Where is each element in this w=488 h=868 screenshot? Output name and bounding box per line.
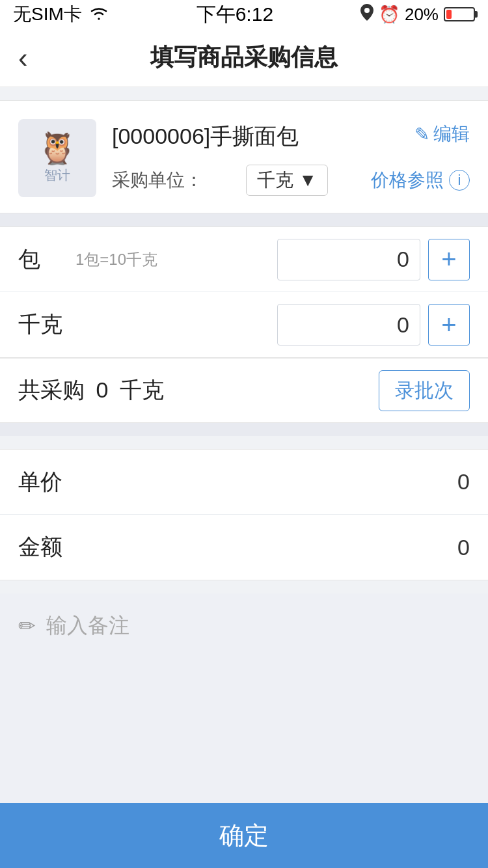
battery-percent: 20% — [405, 5, 439, 25]
location-icon — [360, 4, 373, 25]
status-bar: 无SIM卡 下午6:12 ⏰ 20% — [0, 0, 488, 29]
product-logo-text: 智计 — [38, 167, 77, 184]
bao-input-row: 包 1包=10千克 + — [0, 227, 488, 292]
product-image: 🦉 智计 — [18, 119, 96, 197]
amount-value: 0 — [457, 535, 470, 560]
pencil-icon: ✏ — [18, 614, 36, 638]
confirm-button[interactable]: 确定 — [0, 803, 488, 868]
note-placeholder: 输入备注 — [46, 612, 129, 640]
unit-price-row: 单价 0 — [0, 450, 488, 515]
edit-button[interactable]: ✎ 编辑 — [414, 122, 470, 146]
wifi-icon — [88, 4, 109, 25]
purchase-unit-row: 采购单位： 千克 ▼ 价格参照 i — [112, 165, 470, 196]
amount-row: 金额 0 — [0, 515, 488, 580]
amount-label: 金额 — [18, 532, 62, 562]
summary-text: 共采购 0 千克 — [18, 375, 164, 405]
battery-icon — [444, 7, 475, 21]
carrier-text: 无SIM卡 — [13, 2, 82, 27]
unit-price-value: 0 — [457, 469, 470, 495]
product-name: [0000006]手撕面包 — [112, 122, 404, 152]
alarm-icon: ⏰ — [379, 5, 400, 25]
unit-value: 千克 — [257, 168, 293, 193]
kg-quantity-input[interactable] — [277, 304, 420, 346]
summary-row: 共采购 0 千克 录批次 — [0, 358, 488, 423]
back-button[interactable]: ‹ — [18, 42, 28, 74]
kg-input-row: 千克 + — [0, 292, 488, 357]
note-section[interactable]: ✏ 输入备注 — [0, 593, 488, 658]
quantity-input-section: 包 1包=10千克 + 千克 + — [0, 226, 488, 358]
unit-select[interactable]: 千克 ▼ — [246, 165, 328, 196]
section-separator-2 — [0, 423, 488, 436]
status-left: 无SIM卡 — [13, 2, 109, 27]
unit-label: 采购单位： — [112, 168, 203, 193]
bao-plus-button[interactable]: + — [428, 239, 470, 280]
price-ref-button[interactable]: 价格参照 i — [371, 168, 470, 193]
bao-sublabel: 1包=10千克 — [75, 249, 157, 270]
nav-bar: ‹ 填写商品采购信息 — [0, 29, 488, 87]
kg-plus-button[interactable]: + — [428, 304, 470, 346]
page-title: 填写商品采购信息 — [150, 42, 338, 74]
status-right: ⏰ 20% — [360, 4, 475, 25]
bao-quantity-input[interactable] — [277, 239, 420, 280]
summary-value: 0 — [96, 377, 108, 402]
section-separator-1 — [0, 213, 488, 226]
product-card: 🦉 智计 [0000006]手撕面包 ✎ 编辑 采购单位： 千克 ▼ 价格参照 … — [0, 100, 488, 213]
edit-icon: ✎ — [414, 124, 429, 145]
unit-price-label: 单价 — [18, 467, 62, 497]
bao-label: 包 — [18, 245, 70, 275]
chevron-down-icon: ▼ — [299, 170, 317, 191]
info-icon: i — [449, 170, 470, 191]
svg-point-0 — [364, 8, 370, 13]
price-section: 单价 0 金额 0 — [0, 449, 488, 580]
product-logo: 🦉 — [38, 133, 77, 164]
product-name-row: [0000006]手撕面包 ✎ 编辑 — [112, 122, 470, 152]
product-info: [0000006]手撕面包 ✎ 编辑 采购单位： 千克 ▼ 价格参照 i — [112, 119, 470, 196]
batch-button[interactable]: 录批次 — [379, 370, 470, 411]
kg-label: 千克 — [18, 310, 70, 340]
time-text: 下午6:12 — [197, 1, 273, 28]
